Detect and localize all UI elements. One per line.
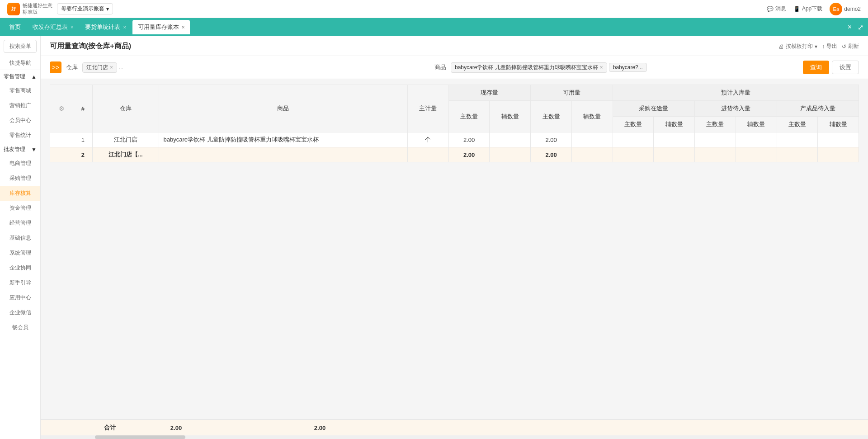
- sidebar-item-procurement[interactable]: 采购管理: [0, 171, 40, 186]
- table-row: 1 江北门店 babycare学饮杯 儿童防摔防撞吸管杯重力球吸嘴杯宝宝水杯 个…: [50, 132, 859, 147]
- footer-purchase-main: [428, 425, 500, 431]
- refresh-icon: ↺: [842, 43, 846, 50]
- filter-more-btn[interactable]: ...: [119, 64, 123, 71]
- sidebar-item-ecommerce[interactable]: 电商管理: [0, 156, 40, 171]
- sidebar-item-retail-mgmt[interactable]: 零售管理 ▲: [0, 70, 40, 83]
- sidebar-item-marketing[interactable]: 营销推广: [0, 98, 40, 113]
- product-tag-1[interactable]: babycare学饮杯 儿童防摔防撞吸管杯重力球吸嘴杯宝宝水杯 ×: [451, 62, 607, 73]
- query-btn[interactable]: 查询: [803, 61, 829, 74]
- close-tab-available-inventory[interactable]: ×: [182, 24, 184, 30]
- tab-available-inventory[interactable]: 可用量库存账本 ×: [132, 20, 190, 34]
- print-icon: 🖨: [778, 43, 784, 50]
- cell-purchase-main: [613, 132, 654, 147]
- col-incoming-aux: 辅数量: [736, 117, 777, 132]
- template-print-btn[interactable]: 🖨 按模板打印 ▾: [778, 42, 817, 50]
- filter-actions: 查询 设置: [803, 61, 859, 74]
- message-icon: 💬: [767, 6, 774, 12]
- filter-expand-btn[interactable]: >>: [50, 61, 61, 73]
- cell-warehouse: 江北门店: [93, 132, 159, 147]
- sidebar-item-member-center[interactable]: 会员中心: [0, 113, 40, 128]
- warehouse-tag[interactable]: 江北门店 ×: [82, 62, 117, 73]
- table-row-subtotal: 2 江北门店【... 2.00 2.00: [50, 147, 859, 162]
- sidebar-item-basic-info[interactable]: 基础信息: [0, 231, 40, 245]
- col-available-aux: 辅数量: [571, 101, 613, 132]
- sidebar-item-wholesale-mgmt[interactable]: 批发管理 ▼: [0, 143, 40, 156]
- content-area: 可用量查询(按仓库+商品) 🖨 按模板打印 ▾ ↑ 导出 ↺ 刷新: [41, 36, 868, 439]
- col-available-main: 主数量: [531, 101, 572, 132]
- remove-warehouse-tag[interactable]: ×: [110, 64, 113, 71]
- product-label: 商品: [434, 63, 446, 71]
- nav-tabs: 首页 收发存汇总表 × 要货单统计表 × 可用量库存账本 × × ⤢: [0, 18, 868, 36]
- industry-selector[interactable]: 母婴行业演示账套 ▾: [57, 3, 113, 14]
- close-tab-receivables[interactable]: ×: [71, 24, 73, 30]
- col-available-group: 可用量: [531, 85, 613, 101]
- footer-current-main: 2.00: [140, 425, 212, 431]
- footer-values: 2.00 2.00: [140, 425, 859, 431]
- tab-home[interactable]: 首页: [4, 20, 26, 34]
- chevron-down-icon: ▾: [815, 43, 817, 50]
- sidebar-item-enterprise-collab[interactable]: 企业协同: [0, 260, 40, 275]
- sidebar-item-inventory[interactable]: 库存核算: [0, 186, 40, 201]
- remove-product-tag-1[interactable]: ×: [600, 64, 603, 71]
- cell-production-main-sub: [777, 147, 818, 162]
- close-tab-order-stats[interactable]: ×: [123, 24, 126, 30]
- col-settings[interactable]: ⚙: [50, 85, 73, 132]
- footer-current-aux: [212, 425, 284, 431]
- search-menu-btn[interactable]: 搜索菜单: [4, 40, 37, 53]
- sidebar-item-retail-mall[interactable]: 零售商城: [0, 83, 40, 98]
- cell-production-aux-sub: [818, 147, 859, 162]
- export-btn[interactable]: ↑ 导出: [822, 42, 837, 50]
- filter-row: >> 仓库 江北门店 × ... 商品 babycare学饮杯 儿童防摔防撞吸管…: [41, 56, 868, 79]
- cell-warehouse-sub: 江北门店【...: [93, 147, 159, 162]
- sidebar-item-retail-stats[interactable]: 零售统计: [0, 128, 40, 143]
- logo-text: 畅捷通好生意 标准版: [23, 3, 52, 14]
- cell-current-main: 2.00: [448, 132, 490, 147]
- col-incoming-goods: 进货待入量: [695, 101, 777, 117]
- col-production: 产成品待入量: [777, 101, 859, 117]
- chevron-icon: ▲: [31, 74, 37, 80]
- app-download-btn[interactable]: 📱 App下载: [793, 5, 822, 13]
- col-rownum: #: [73, 85, 93, 132]
- chevron-down-icon: ▼: [31, 146, 37, 153]
- sidebar-item-operations[interactable]: 经营管理: [0, 216, 40, 231]
- col-production-aux: 辅数量: [818, 117, 859, 132]
- user-menu[interactable]: Ea demo2: [830, 3, 861, 15]
- expand-tabs[interactable]: ⤢: [858, 23, 863, 32]
- product-tag-2[interactable]: babycare?...: [609, 63, 647, 72]
- close-all-tabs[interactable]: ×: [848, 23, 852, 31]
- sidebar-item-system-mgmt[interactable]: 系统管理: [0, 245, 40, 260]
- tab-order-stats[interactable]: 要货单统计表 ×: [80, 20, 131, 34]
- logo-area: 好 畅捷通好生意 标准版: [7, 3, 52, 15]
- cell-current-aux-sub: [490, 147, 531, 162]
- cell-unit: 个: [408, 132, 449, 147]
- tab-receivables[interactable]: 收发存汇总表 ×: [27, 20, 79, 34]
- footer-label: 合计: [50, 424, 116, 432]
- col-purchase-aux: 辅数量: [654, 117, 695, 132]
- sidebar-item-new-guide[interactable]: 新手引导: [0, 275, 40, 290]
- refresh-btn[interactable]: ↺ 刷新: [842, 42, 859, 50]
- main-layout: 搜索菜单 快捷导航 零售管理 ▲ 零售商城 营销推广 会员中心 零售统计 批发管…: [0, 36, 868, 439]
- cell-rownum: 1: [73, 132, 93, 147]
- scroll-thumb[interactable]: [95, 435, 185, 439]
- top-header: 好 畅捷通好生意 标准版 母婴行业演示账套 ▾ 💬 消息 📱 App下载 Ea …: [0, 0, 868, 18]
- settings-btn[interactable]: 设置: [832, 61, 859, 74]
- horizontal-scrollbar[interactable]: [41, 435, 868, 439]
- cell-production-main: [777, 132, 818, 147]
- cell-product-sub: [159, 147, 408, 162]
- footer-purchase-aux: [500, 425, 571, 431]
- footer-incoming-main: [571, 425, 643, 431]
- product-filter-tags: babycare学饮杯 儿童防摔防撞吸管杯重力球吸嘴杯宝宝水杯 × babyca…: [451, 62, 798, 73]
- cell-current-main-sub: 2.00: [448, 147, 490, 162]
- sidebar-item-enterprise-wechat[interactable]: 企业微信: [0, 305, 40, 320]
- cell-current-aux: [490, 132, 531, 147]
- sidebar-item-quick-nav[interactable]: 快捷导航: [0, 57, 40, 70]
- message-btn[interactable]: 💬 消息: [767, 5, 786, 13]
- sidebar-item-app-center[interactable]: 应用中心: [0, 290, 40, 305]
- col-current-aux: 辅数量: [490, 101, 531, 132]
- col-purchase-main: 主数量: [613, 117, 654, 132]
- sidebar-item-finance[interactable]: 资金管理: [0, 201, 40, 216]
- chevron-down-icon: ▾: [106, 6, 109, 12]
- footer-production-aux: [787, 425, 859, 431]
- page-title-row: 可用量查询(按仓库+商品) 🖨 按模板打印 ▾ ↑ 导出 ↺ 刷新: [50, 42, 859, 56]
- sidebar-item-vip-member[interactable]: 畅会员: [0, 320, 40, 335]
